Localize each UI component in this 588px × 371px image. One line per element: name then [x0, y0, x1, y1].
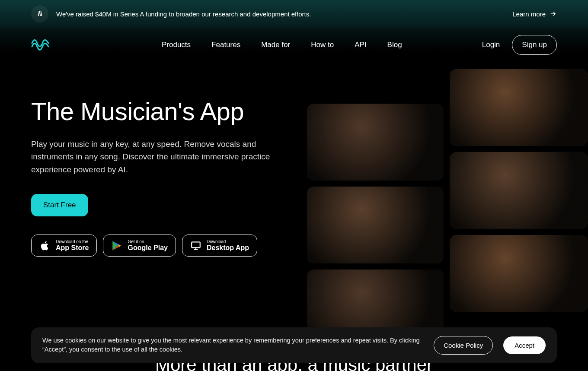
app-store-labels: Download on the App Store [56, 239, 89, 252]
hero-image-tile [307, 104, 444, 181]
announcement-text: We've raised $40M in Series A funding to… [56, 10, 311, 18]
desktop-icon [190, 240, 201, 251]
cookie-text: We use cookies on our website to give yo… [42, 336, 423, 355]
download-buttons: Download on the App Store Get it on Goog… [31, 235, 299, 257]
hero-image-tile [450, 152, 588, 229]
google-play-button[interactable]: Get it on Google Play [103, 235, 176, 257]
auth-actions: Login Sign up [482, 35, 557, 55]
image-column-1 [307, 104, 444, 346]
announcement-bar: /\\ We've raised $40M in Series A fundin… [0, 0, 588, 28]
hero-text: The Musician's App Play your music in an… [31, 97, 299, 257]
apple-icon [39, 240, 51, 251]
arrow-right-icon [549, 10, 557, 18]
hero-image-tile [450, 69, 588, 146]
hero-image-tile [307, 187, 444, 263]
app-store-bottom: App Store [56, 244, 89, 252]
hero-image-grid [307, 69, 588, 328]
announcement-left: /\\ We've raised $40M in Series A fundin… [31, 5, 311, 22]
nav-how-to[interactable]: How to [311, 41, 334, 49]
cookie-policy-button[interactable]: Cookie Policy [434, 336, 493, 355]
learn-more-label: Learn more [512, 10, 546, 18]
nav-api[interactable]: API [355, 41, 366, 49]
nav-blog[interactable]: Blog [387, 41, 402, 49]
desktop-app-labels: Download Desktop App [207, 239, 249, 252]
desktop-app-button[interactable]: Download Desktop App [182, 235, 257, 257]
nav-features[interactable]: Features [211, 41, 240, 49]
google-play-icon [111, 240, 122, 251]
app-store-button[interactable]: Download on the App Store [31, 235, 97, 257]
start-free-button[interactable]: Start Free [31, 194, 88, 216]
app-store-top: Download on the [56, 239, 89, 244]
signup-button[interactable]: Sign up [512, 35, 557, 55]
announcement-logo-icon: /\\ [31, 5, 48, 22]
learn-more-link[interactable]: Learn more [512, 10, 557, 18]
nav-products[interactable]: Products [162, 41, 191, 49]
brand-logo-icon[interactable] [31, 39, 49, 51]
desktop-top: Download [207, 239, 249, 244]
google-play-top: Get it on [128, 239, 167, 244]
google-play-labels: Get it on Google Play [128, 239, 167, 252]
main-nav: Products Features Made for How to API Bl… [162, 41, 402, 49]
desktop-bottom: Desktop App [207, 244, 249, 252]
hero-subtitle: Play your music in any key, at any speed… [31, 138, 273, 176]
svg-rect-0 [192, 242, 200, 247]
hero-image-tile [450, 235, 588, 312]
site-header: Products Features Made for How to API Bl… [0, 28, 588, 62]
hero-title: The Musician's App [31, 97, 299, 126]
google-play-bottom: Google Play [128, 244, 167, 252]
image-column-2 [450, 69, 588, 312]
login-link[interactable]: Login [482, 41, 500, 49]
nav-made-for[interactable]: Made for [261, 41, 290, 49]
cookie-accept-button[interactable]: Accept [503, 336, 546, 354]
cookie-banner: We use cookies on our website to give yo… [31, 327, 557, 364]
